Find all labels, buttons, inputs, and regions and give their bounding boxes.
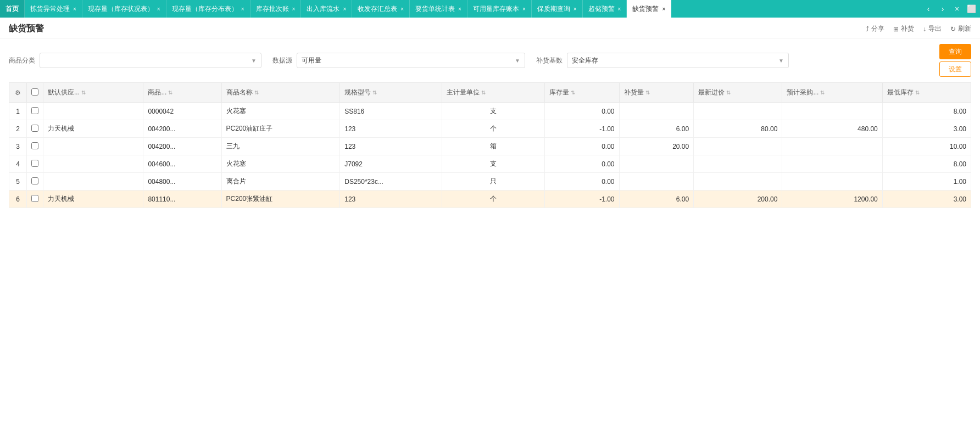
refresh-button[interactable]: ↻ 刷新 — [950, 24, 971, 33]
table-row: 5 004800... 离合片 DS250*23c... 只 0.00 1.00 — [9, 173, 971, 191]
replenish-header[interactable]: 补货量 ⇅ — [619, 83, 694, 103]
refresh-icon: ↻ — [950, 25, 956, 33]
row-replenish: 6.00 — [619, 120, 694, 138]
row-stock: 0.00 — [544, 138, 619, 155]
product-name-header[interactable]: 商品名称 ⇅ — [221, 83, 340, 103]
close-icon[interactable]: × — [73, 6, 76, 12]
replenish-base-label: 补货基数 — [536, 56, 563, 65]
latest-price-header[interactable]: 最新进价 ⇅ — [694, 83, 782, 103]
close-icon[interactable]: × — [343, 6, 346, 12]
table-row: 6 力天机械 801110... PC200张紧油缸 123 个 -1.00 6… — [9, 191, 971, 208]
close-icon[interactable]: × — [292, 6, 296, 12]
query-button[interactable]: 查询 — [939, 44, 971, 59]
refresh-label: 刷新 — [958, 24, 971, 33]
row-min-stock: 3.00 — [882, 191, 971, 208]
row-checkbox[interactable] — [31, 177, 38, 184]
sort-icon: ⇅ — [915, 89, 920, 96]
row-index: 4 — [9, 155, 27, 173]
row-unit: 支 — [442, 155, 545, 173]
row-checkbox[interactable] — [31, 160, 38, 167]
replenish-base-select[interactable]: 安全库存 ▼ — [567, 53, 789, 68]
nav-prev-button[interactable]: ‹ — [922, 2, 935, 15]
tab-batch-account[interactable]: 库存批次账 × — [250, 0, 302, 18]
close-icon[interactable]: × — [241, 6, 244, 12]
row-product-code: 004800... — [143, 173, 221, 191]
row-latest-price: 200.00 — [694, 191, 782, 208]
product-name-label: 商品名称 — [226, 88, 253, 97]
row-stock: 0.00 — [544, 173, 619, 191]
settings-button[interactable]: 设置 — [939, 61, 971, 77]
table-row: 3 004200... 三九 123 箱 0.00 20.00 10.00 — [9, 138, 971, 155]
row-product-code: 004200... — [143, 120, 221, 138]
tab-in-out-flow[interactable]: 出入库流水 × — [301, 0, 352, 18]
row-unit: 支 — [442, 103, 545, 120]
tab-expiry-query[interactable]: 保质期查询 × — [532, 0, 583, 18]
tab-label: 保质期查询 — [537, 4, 570, 14]
close-icon[interactable]: × — [400, 6, 404, 12]
checkbox-header — [27, 83, 43, 103]
row-checkbox[interactable] — [31, 107, 38, 114]
row-index: 3 — [9, 138, 27, 155]
replenish-button[interactable]: ⊞ 补货 — [893, 24, 914, 33]
row-checkbox-cell — [27, 191, 43, 208]
row-latest-price — [694, 173, 782, 191]
row-checkbox[interactable] — [31, 195, 38, 202]
spec-header[interactable]: 规格型号 ⇅ — [340, 83, 442, 103]
tab-inventory-dist[interactable]: 现存量（库存分布表） × — [166, 0, 250, 18]
row-spec: SS816 — [340, 103, 442, 120]
row-min-stock: 3.00 — [882, 120, 971, 138]
close-icon[interactable]: × — [662, 6, 665, 12]
row-product-code: 801110... — [143, 191, 221, 208]
tab-overstock[interactable]: 超储预警 × — [583, 0, 627, 18]
tab-home[interactable]: 首页 — [0, 0, 25, 18]
tab-shortage[interactable]: 缺货预警 × — [627, 0, 671, 18]
supplier-header[interactable]: 默认供应... ⇅ — [43, 83, 143, 103]
export-button[interactable]: ↓ 导出 — [923, 24, 942, 33]
row-checkbox-cell — [27, 120, 43, 138]
nav-close-button[interactable]: × — [950, 2, 964, 15]
product-code-header[interactable]: 商品... ⇅ — [143, 83, 221, 103]
tab-available-ledger[interactable]: 可用量库存账本 × — [467, 0, 532, 18]
row-product-code: 0000042 — [143, 103, 221, 120]
row-checkbox[interactable] — [31, 125, 38, 132]
page-title: 缺货预警 — [9, 23, 44, 35]
tab-defect-handle[interactable]: 拣货异常处理 × — [25, 0, 82, 18]
row-product-code: 004600... — [143, 155, 221, 173]
close-icon[interactable]: × — [157, 6, 160, 12]
stock-header[interactable]: 库存量 ⇅ — [544, 83, 619, 103]
row-checkbox[interactable] — [31, 142, 38, 149]
min-stock-header[interactable]: 最低库存 ⇅ — [882, 83, 971, 103]
nav-next-button[interactable]: › — [936, 2, 949, 15]
row-checkbox-cell — [27, 173, 43, 191]
tab-collect-summary[interactable]: 收发存汇总表 × — [352, 0, 410, 18]
table-row: 2 力天机械 004200... PC200油缸庄子 123 个 -1.00 6… — [9, 120, 971, 138]
unit-header[interactable]: 主计量单位 ⇅ — [442, 83, 545, 103]
stock-label: 库存量 — [549, 88, 569, 97]
gear-icon[interactable]: ⚙ — [15, 89, 21, 97]
row-unit: 只 — [442, 173, 545, 191]
close-icon[interactable]: × — [573, 6, 577, 12]
row-checkbox-cell — [27, 103, 43, 120]
export-icon: ↓ — [923, 25, 926, 33]
nav-restore-button[interactable]: ⬜ — [965, 2, 978, 15]
tab-inventory-status[interactable]: 现存量（库存状况表） × — [82, 0, 166, 18]
row-spec: DS250*23c... — [340, 173, 442, 191]
tab-order-stats[interactable]: 要货单统计表 × — [410, 0, 467, 18]
row-stock: -1.00 — [544, 120, 619, 138]
share-button[interactable]: ⤴ 分享 — [866, 24, 884, 33]
row-stock: -1.00 — [544, 191, 619, 208]
table-container: ⚙ 默认供应... ⇅ 商品... ⇅ — [0, 82, 980, 208]
row-replenish: 20.00 — [619, 138, 694, 155]
category-select[interactable]: ▼ — [40, 53, 261, 68]
row-index: 2 — [9, 120, 27, 138]
row-latest-price — [694, 155, 782, 173]
select-all-checkbox[interactable] — [31, 88, 38, 96]
datasource-label: 数据源 — [272, 56, 292, 65]
est-purchase-header[interactable]: 预计采购... ⇅ — [782, 83, 882, 103]
close-icon[interactable]: × — [458, 6, 461, 12]
datasource-select[interactable]: 可用量 ▼ — [297, 53, 525, 68]
close-icon[interactable]: × — [618, 6, 621, 12]
close-icon[interactable]: × — [522, 6, 526, 12]
min-stock-label: 最低库存 — [887, 88, 914, 97]
sort-icon: ⇅ — [254, 89, 259, 96]
